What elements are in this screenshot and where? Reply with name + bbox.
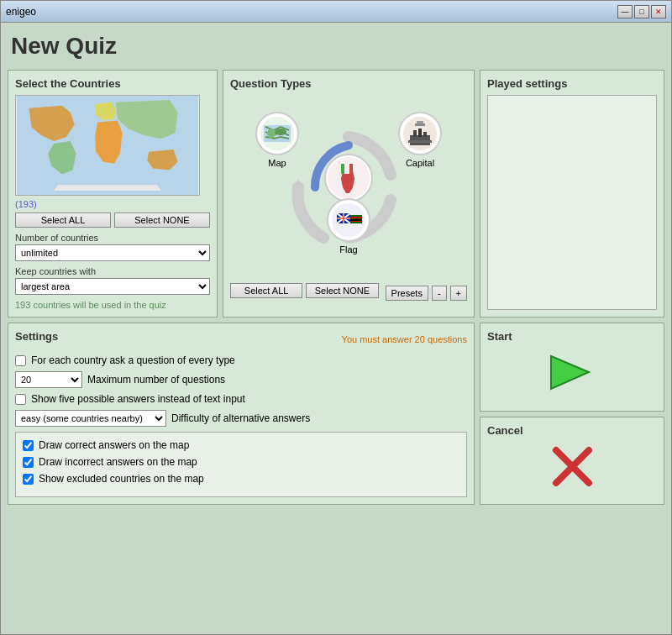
flag-icon-svg [330,202,367,239]
five-answers-label: Show five possible answers instead of te… [31,393,245,405]
difficulty-row: easy (some countries nearby) Difficulty … [15,410,467,427]
svg-rect-12 [418,129,422,137]
maximize-button[interactable]: □ [634,5,649,18]
draw-incorrect-label: Draw incorrect answers on the map [39,456,197,468]
question-panel: Question Types [223,70,475,318]
question-panel-title: Question Types [230,77,467,90]
every-type-label: For each country ask a question of every… [31,354,235,366]
svg-rect-14 [408,140,432,143]
cancel-label: Cancel [487,424,523,437]
capital-type-label: Capital [406,158,434,168]
played-content-area [487,95,657,310]
show-excluded-row: Show excluded countries on the map [23,473,459,485]
settings-panel: Settings You must answer 20 questions Fo… [8,323,475,505]
difficulty-select[interactable]: easy (some countries nearby) [15,410,166,427]
title-bar: enigeo — □ ✕ [1,1,671,23]
must-answer-text: You must answer 20 questions [342,334,467,344]
select-all-questions-button[interactable]: Select ALL [230,283,302,298]
map-type-icon [255,112,299,155]
window-title: enigeo [6,6,36,18]
select-none-questions-button[interactable]: Select NONE [306,283,378,298]
select-all-countries-button[interactable]: Select ALL [15,213,111,228]
map-options-group: Draw correct answers on the map Draw inc… [15,432,467,497]
world-map[interactable] [15,95,200,196]
countries-panel: Select the Countries [8,70,218,318]
cancel-x-icon [549,443,596,490]
max-questions-select[interactable]: 20 [15,371,82,388]
svg-rect-16 [417,121,423,123]
max-questions-label: Maximum number of questions [87,374,225,386]
show-excluded-checkbox[interactable] [23,474,34,485]
presets-button[interactable]: Presets [386,286,428,301]
max-questions-row: 20 Maximum number of questions [15,371,467,388]
map-type-label: Map [268,158,286,168]
country-icon-svg [326,155,371,201]
svg-marker-30 [551,356,589,389]
five-answers-row: Show five possible answers instead of te… [15,393,467,405]
country-type-icon [324,154,373,202]
draw-correct-checkbox[interactable] [23,440,34,451]
played-panel: Played settings [480,70,664,318]
cancel-panel: Cancel [480,417,664,506]
question-btns-area: Select ALL Select NONE Presets - + [230,283,467,303]
question-type-capital[interactable]: Capital [398,112,442,168]
number-countries-select[interactable]: unlimited [15,244,210,261]
map-icon-svg [259,115,296,152]
svg-point-7 [267,129,276,139]
draw-incorrect-checkbox[interactable] [23,457,34,468]
title-controls: — □ ✕ [617,5,666,18]
start-button[interactable] [543,349,601,398]
keep-countries-select[interactable]: largest area [15,278,210,295]
svg-rect-15 [415,123,425,126]
settings-header: Settings You must answer 20 questions [15,330,467,348]
every-type-row: For each country ask a question of every… [15,354,467,366]
svg-rect-29 [350,221,362,222]
svg-rect-27 [350,217,362,218]
svg-rect-28 [350,219,362,221]
difficulty-label: Difficulty of alternative answers [171,412,310,424]
svg-rect-11 [413,130,417,137]
top-row: Select the Countries [8,70,664,318]
draw-correct-label: Draw correct answers on the map [39,439,189,451]
question-type-flag[interactable]: Flag [327,198,370,255]
flag-type-label: Flag [339,244,357,255]
start-arrow-icon [543,349,601,396]
question-select-btns: Select ALL Select NONE [230,283,379,298]
five-answers-checkbox[interactable] [15,394,26,405]
flag-type-icon [327,198,370,242]
svg-rect-13 [423,132,427,137]
number-countries-label: Number of countries [15,233,210,243]
page-title: New Quiz [11,33,664,60]
question-type-map[interactable]: Map [255,112,299,168]
close-button[interactable]: ✕ [651,5,666,18]
capital-type-icon [398,112,442,155]
countries-panel-title: Select the Countries [15,77,210,90]
question-diagram: Map [230,95,467,280]
keep-countries-label: Keep countries with [15,266,210,276]
countries-info: 193 countries will be used in the quiz [15,300,210,310]
draw-incorrect-row: Draw incorrect answers on the map [23,456,459,468]
bottom-row: Settings You must answer 20 questions Fo… [8,323,664,505]
settings-panel-title: Settings [15,330,58,343]
svg-rect-25 [337,218,350,219]
minimize-button[interactable]: — [617,5,633,18]
every-type-checkbox[interactable] [15,355,26,366]
start-panel: Start [480,323,664,412]
main-area: New Quiz Select the Countries [1,23,671,634]
main-window: enigeo — □ ✕ New Quiz Select the Countri… [0,0,672,635]
cancel-button[interactable] [549,443,596,492]
country-count: (193) [15,199,210,209]
presets-area: Presets - + [386,283,467,303]
preset-plus-button[interactable]: + [450,286,467,301]
action-buttons-area: Start Cancel [480,323,664,505]
svg-point-8 [275,129,286,135]
select-none-countries-button[interactable]: Select NONE [114,213,210,228]
played-panel-title: Played settings [487,77,657,90]
draw-correct-row: Draw correct answers on the map [23,439,459,451]
preset-minus-button[interactable]: - [432,286,447,301]
capital-icon-svg [402,115,438,152]
countries-btn-row: Select ALL Select NONE [15,213,210,228]
show-excluded-label: Show excluded countries on the map [39,473,204,485]
start-label: Start [487,330,512,343]
map-svg [16,96,199,195]
